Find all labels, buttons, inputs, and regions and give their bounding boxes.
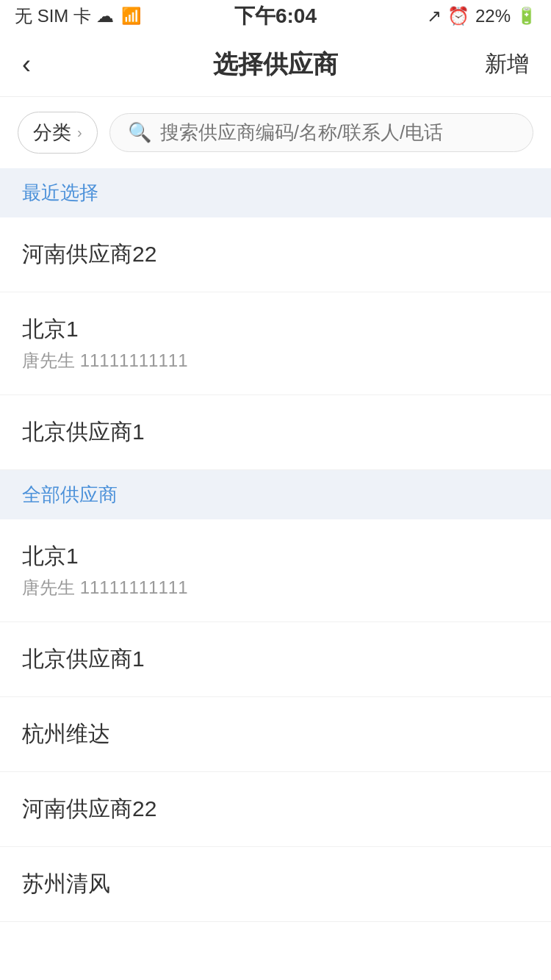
alarm-icon: ⏰ — [447, 6, 469, 26]
list-item[interactable]: 北京供应商1 — [0, 395, 551, 470]
list-item[interactable]: 河南供应商22 — [0, 217, 551, 292]
item-name: 河南供应商22 — [22, 239, 529, 270]
search-icon: 🔍 — [128, 121, 151, 144]
back-button[interactable]: ‹ — [22, 49, 31, 80]
recent-label: 最近选择 — [22, 181, 98, 203]
category-button[interactable]: 分类 › — [18, 112, 98, 154]
item-name: 北京1 — [22, 541, 529, 572]
recent-list: 河南供应商22北京1唐先生 11111111111北京供应商1 — [0, 217, 551, 470]
nav-bar: ‹ 选择供应商 新增 — [0, 32, 551, 97]
item-sub: 唐先生 11111111111 — [22, 349, 529, 372]
filter-bar: 分类 › 🔍 — [0, 97, 551, 168]
list-item[interactable]: 杭州维达 — [0, 697, 551, 772]
list-item[interactable]: 河南供应商22 — [0, 772, 551, 847]
list-item[interactable]: 北京1唐先生 11111111111 — [0, 519, 551, 622]
status-bar-time: 下午6:04 — [234, 2, 317, 30]
list-item[interactable]: 苏州清风 — [0, 847, 551, 922]
category-label: 分类 — [33, 120, 71, 145]
item-sub: 唐先生 11111111111 — [22, 576, 529, 599]
search-box: 🔍 — [109, 113, 533, 152]
recent-section-header: 最近选择 — [0, 168, 551, 217]
battery-label: 22% — [475, 6, 511, 26]
all-section-header: 全部供应商 — [0, 470, 551, 519]
all-list: 北京1唐先生 11111111111北京供应商1杭州维达河南供应商22苏州清风 — [0, 519, 551, 922]
page-title: 选择供应商 — [213, 48, 338, 82]
list-item[interactable]: 北京供应商1 — [0, 622, 551, 697]
status-bar-left: 无 SIM 卡 ☁ 📶 — [15, 4, 141, 28]
item-name: 北京供应商1 — [22, 417, 529, 447]
item-name: 河南供应商22 — [22, 794, 529, 824]
location-icon: ↗ — [427, 6, 442, 26]
all-label: 全部供应商 — [22, 483, 118, 505]
item-name: 苏州清风 — [22, 869, 529, 899]
battery-icon: 🔋 — [516, 7, 536, 26]
item-name: 杭州维达 — [22, 719, 529, 749]
sim-label: 无 SIM 卡 ☁ — [15, 4, 114, 28]
item-name: 北京供应商1 — [22, 644, 529, 674]
wifi-icon: 📶 — [121, 7, 141, 26]
list-item[interactable]: 北京1唐先生 11111111111 — [0, 292, 551, 395]
chevron-right-icon: › — [77, 124, 82, 141]
status-bar-right: ↗ ⏰ 22% 🔋 — [427, 6, 536, 26]
status-bar: 无 SIM 卡 ☁ 📶 下午6:04 ↗ ⏰ 22% 🔋 — [0, 0, 551, 32]
search-input[interactable] — [160, 121, 515, 144]
add-button[interactable]: 新增 — [485, 49, 529, 79]
item-name: 北京1 — [22, 314, 529, 345]
